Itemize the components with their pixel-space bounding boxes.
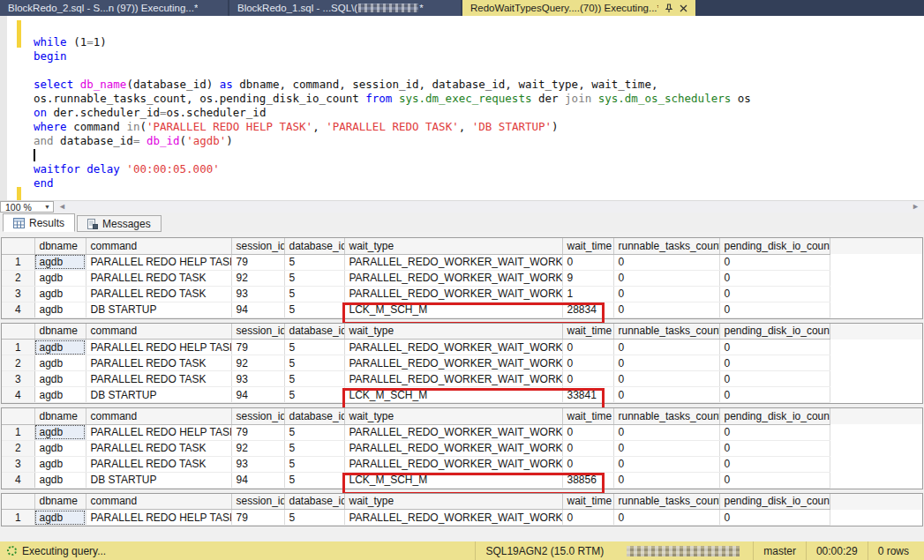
grid-cell[interactable]: 5 [284,424,344,440]
row-number[interactable]: 3 [2,371,34,387]
grid-cell[interactable]: agdb [34,424,86,440]
row-number[interactable]: 2 [2,270,34,286]
grid-cell[interactable]: agdb [34,456,86,472]
grid-cell[interactable]: LCK_M_SCH_M [344,472,562,488]
grid-cell[interactable]: 0 [613,510,719,526]
grid-cell[interactable]: 33841 [562,387,613,403]
grid-cell[interactable]: 0 [613,355,719,371]
grid-cell[interactable]: agdb [34,371,86,387]
row-number[interactable]: 4 [2,387,34,403]
grid-cell[interactable]: 0 [613,440,719,456]
grid-cell[interactable]: 92 [231,270,284,286]
grid-cell[interactable]: 0 [613,456,719,472]
column-header-dbname[interactable]: dbname [34,324,86,340]
column-header-command[interactable]: command [86,238,231,254]
tab-blockredo1[interactable]: BlockRedo_1.sql - ...SQL\(* [229,0,461,16]
grid-cell[interactable]: 0 [613,371,719,387]
grid-cell[interactable]: agdb [34,387,86,403]
grid-cell[interactable]: 0 [719,456,830,472]
code-line[interactable]: end [34,176,751,190]
column-header-session_id[interactable]: session_id [231,238,284,254]
sql-editor[interactable]: while (1=1)beginselect db_name(database_… [0,16,924,200]
grid-cell[interactable]: 0 [719,302,830,317]
grid-cell[interactable]: 0 [562,371,613,387]
column-header-session_id[interactable]: session_id [231,494,284,510]
grid-cell[interactable]: 0 [613,472,719,488]
grid-cell[interactable]: 0 [562,440,613,456]
grid-cell[interactable]: 0 [562,340,613,355]
column-header-database_id[interactable]: database_id [284,494,344,510]
grid-cell[interactable]: 9 [562,270,613,286]
grid-cell[interactable]: 5 [284,472,344,488]
grid-corner-cell[interactable] [2,324,34,340]
row-number[interactable]: 3 [2,286,34,302]
column-header-runnable_tasks_count[interactable]: runnable_tasks_count [613,324,719,340]
code-line[interactable]: waitfor delay '00:00:05.000' [34,162,751,176]
grid-cell[interactable]: 0 [562,510,613,526]
grid-cell[interactable]: 0 [719,254,830,270]
grid-cell[interactable]: 79 [231,424,284,440]
column-header-session_id[interactable]: session_id [231,324,284,340]
grid-cell[interactable]: 92 [231,440,284,456]
column-header-runnable_tasks_count[interactable]: runnable_tasks_count [613,494,719,510]
row-number[interactable]: 1 [2,424,34,440]
grid-cell[interactable]: agdb [34,302,86,317]
grid-cell[interactable]: PARALLEL REDO HELP TASK [86,424,231,440]
grid-cell[interactable]: 0 [562,254,613,270]
grid-cell[interactable]: 93 [231,371,284,387]
column-header-wait_time[interactable]: wait_time [562,238,613,254]
grid-cell[interactable]: PARALLEL_REDO_WORKER_WAIT_WORK [344,456,562,472]
column-header-command[interactable]: command [86,408,231,424]
column-header-dbname[interactable]: dbname [34,238,86,254]
grid-cell[interactable]: 0 [719,424,830,440]
grid-cell[interactable]: 0 [719,355,830,371]
grid-cell[interactable]: 94 [231,387,284,403]
grid-cell[interactable]: agdb [34,286,86,302]
grid-cell[interactable]: 0 [613,424,719,440]
grid-cell[interactable]: PARALLEL REDO TASK [86,440,231,456]
grid-cell[interactable]: PARALLEL_REDO_WORKER_WAIT_WORK [344,440,562,456]
grid-cell[interactable]: 79 [231,510,284,526]
grid-cell[interactable]: 0 [613,286,719,302]
row-number[interactable]: 1 [2,510,34,526]
grid-cell[interactable]: PARALLEL REDO HELP TASK [86,340,231,355]
grid-cell[interactable]: PARALLEL_REDO_WORKER_WAIT_WORK [344,254,562,270]
column-header-session_id[interactable]: session_id [231,408,284,424]
grid-cell[interactable]: agdb [34,440,86,456]
column-header-database_id[interactable]: database_id [284,238,344,254]
column-header-pending_disk_io_count[interactable]: pending_disk_io_count [719,408,830,424]
grid-cell[interactable]: 0 [719,371,830,387]
column-header-dbname[interactable]: dbname [34,408,86,424]
code-line[interactable] [34,63,751,78]
grid-cell[interactable]: DB STARTUP [86,387,231,403]
column-header-runnable_tasks_count[interactable]: runnable_tasks_count [613,238,719,254]
code-line[interactable]: and database_id= db_id('agdb') [34,134,751,148]
code-line[interactable]: select db_name(database_id) as dbname, c… [34,78,751,92]
column-header-command[interactable]: command [86,494,231,510]
row-number[interactable]: 4 [2,472,34,488]
grid-cell[interactable]: 5 [284,355,344,371]
grid-cell[interactable]: 5 [284,340,344,355]
grid-cell[interactable]: 0 [613,254,719,270]
grid-cell[interactable]: agdb [34,472,86,488]
grid-cell[interactable]: 93 [231,456,284,472]
horizontal-scrollbar[interactable]: ◄ ► [54,201,924,213]
grid-cell[interactable]: PARALLEL REDO TASK [86,371,231,387]
code-line[interactable]: begin [34,49,751,63]
grid-cell[interactable]: 92 [231,355,284,371]
code-line[interactable]: where command in('PARALLEL REDO HELP TAS… [34,120,751,134]
column-header-pending_disk_io_count[interactable]: pending_disk_io_count [719,494,830,510]
grid-cell[interactable]: PARALLEL REDO TASK [86,270,231,286]
row-number[interactable]: 3 [2,456,34,472]
grid-corner-cell[interactable] [2,494,34,510]
column-header-wait_type[interactable]: wait_type [344,324,562,340]
grid-cell[interactable]: 94 [231,302,284,317]
scroll-right-icon[interactable]: ► [912,201,920,213]
column-header-wait_type[interactable]: wait_type [344,408,562,424]
grid-cell[interactable]: 0 [613,270,719,286]
grid-cell[interactable]: PARALLEL_REDO_WORKER_WAIT_WORK [344,340,562,355]
code-line[interactable]: on der.scheduler_id=os.scheduler_id [34,106,751,120]
grid-cell[interactable]: agdb [34,254,86,270]
tab-redowaittypesquery-active[interactable]: RedoWaitTypesQuery....(70)) Executing...… [462,0,695,16]
grid-cell[interactable]: PARALLEL REDO TASK [86,286,231,302]
